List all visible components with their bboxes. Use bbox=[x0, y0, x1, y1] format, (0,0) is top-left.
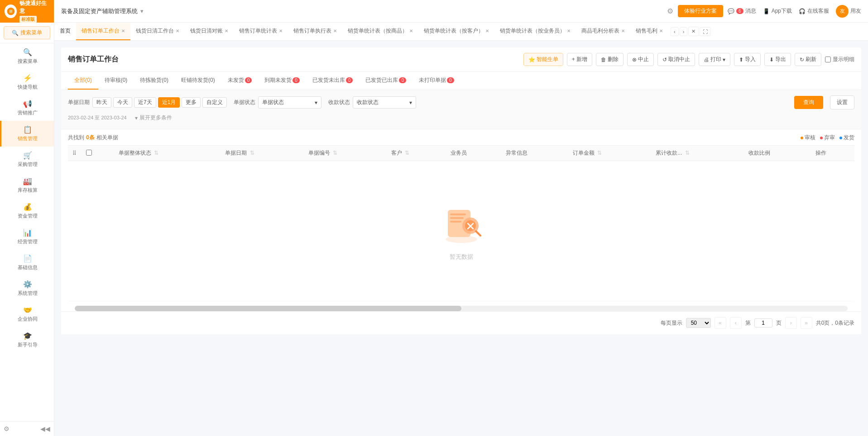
sidebar-item-operations[interactable]: 📊 经营管理 bbox=[0, 224, 54, 250]
status-select[interactable]: 单据状态 ▾ bbox=[258, 96, 321, 109]
sidebar-item-basic-info[interactable]: 📄 基础信息 bbox=[0, 250, 54, 275]
prev-page-button[interactable]: ‹ bbox=[730, 317, 742, 329]
show-detail-checkbox[interactable] bbox=[825, 57, 831, 62]
show-detail-label[interactable]: 显示明细 bbox=[825, 56, 854, 63]
scroll-thumb[interactable] bbox=[75, 306, 461, 311]
tab-close-6[interactable]: ✕ bbox=[409, 28, 413, 33]
filter-row: 单据日期 昨天今天近7天近1月更多自定义 单据状态 单据状态 ▾ 收款状态 收 bbox=[68, 95, 854, 109]
select-all-checkbox[interactable] bbox=[86, 150, 92, 156]
add-button[interactable]: + 新增 bbox=[567, 53, 592, 66]
import-button[interactable]: ⬆ 导入 bbox=[734, 53, 761, 66]
industry-solution-button[interactable]: 体验行业方案 bbox=[678, 5, 723, 17]
th-amount[interactable]: 订单金额 ⇅ bbox=[568, 146, 651, 161]
th-number[interactable]: 单据编号 ⇅ bbox=[304, 146, 387, 161]
filter-tab-0[interactable]: 全部(0) bbox=[68, 72, 98, 90]
tab-3[interactable]: 钱货日清对账✕ bbox=[185, 23, 234, 40]
tab-close-8[interactable]: ✕ bbox=[567, 28, 571, 33]
th-customer[interactable]: 客户 ⇅ bbox=[387, 146, 446, 161]
app-download-item[interactable]: 📱 App下载 bbox=[763, 7, 792, 15]
page-input[interactable] bbox=[754, 318, 772, 327]
sidebar-item-sales[interactable]: 📋 销售管理 bbox=[0, 121, 54, 147]
tab-prev-button[interactable]: ‹ bbox=[671, 27, 679, 36]
tab-4[interactable]: 销售订单统计表✕ bbox=[234, 23, 288, 40]
tab-next-button[interactable]: › bbox=[680, 27, 688, 36]
th-status[interactable]: 单据整体状态 ⇅ bbox=[114, 146, 221, 161]
tab-close-7[interactable]: ✕ bbox=[485, 28, 489, 33]
next-page-button[interactable]: › bbox=[785, 317, 797, 329]
refresh-button[interactable]: ↻ 刷新 bbox=[795, 53, 821, 66]
filter-tab-1[interactable]: 待审核(0) bbox=[98, 72, 134, 90]
th-date[interactable]: 单据日期 ⇅ bbox=[221, 146, 303, 161]
last-page-button[interactable]: » bbox=[801, 317, 812, 329]
collapse-button[interactable]: ◀◀ bbox=[40, 425, 50, 432]
tab-close-9[interactable]: ✕ bbox=[621, 28, 625, 33]
expand-icon: ▾ bbox=[135, 115, 138, 121]
search-menu-button[interactable]: 🔍 搜索菜单 bbox=[4, 26, 50, 39]
th-select-all[interactable] bbox=[82, 146, 114, 161]
filter-tab-4[interactable]: 未发货0 bbox=[221, 72, 259, 90]
horizontal-scrollbar[interactable] bbox=[75, 306, 848, 311]
revoke-action[interactable]: 弃审 bbox=[820, 134, 835, 142]
tab-close-5[interactable]: ✕ bbox=[333, 28, 337, 33]
tab-1[interactable]: 销售订单工作台✕ bbox=[76, 23, 130, 40]
delete-button[interactable]: 🗑 删除 bbox=[596, 53, 623, 66]
date-btn-1[interactable]: 今天 bbox=[113, 97, 132, 108]
sidebar-item-system[interactable]: ⚙️ 系统管理 bbox=[0, 275, 54, 301]
topbar-settings-icon[interactable]: ⚙ bbox=[667, 7, 673, 15]
sidebar-item-search[interactable]: 🔍 搜索菜单 bbox=[0, 43, 54, 69]
cancel-stop-button[interactable]: ↺ 取消中止 bbox=[657, 53, 695, 66]
sidebar-item-marketing[interactable]: 📢 营销推广 bbox=[0, 95, 54, 121]
settings-button[interactable]: ⚙ bbox=[4, 425, 10, 432]
date-btn-3[interactable]: 近1月 bbox=[158, 97, 180, 108]
message-item[interactable]: 💬 6 消息 bbox=[728, 7, 756, 15]
payment-select[interactable]: 收款状态 ▾ bbox=[353, 96, 416, 109]
tab-fullscreen-button[interactable]: ⛶ bbox=[700, 27, 711, 36]
expand-conditions-button[interactable]: ▾ 展开更多条件 bbox=[131, 112, 176, 123]
date-btn-0[interactable]: 昨天 bbox=[92, 97, 111, 108]
date-btn-4[interactable]: 更多 bbox=[182, 97, 201, 108]
tab-0[interactable]: 首页 bbox=[54, 23, 76, 40]
sidebar-item-guide[interactable]: 🎓 新手引导 bbox=[0, 327, 54, 353]
sidebar-search-area: 🔍 搜索菜单 bbox=[0, 23, 54, 43]
set-button[interactable]: 设置 bbox=[830, 95, 854, 109]
smart-create-button[interactable]: ⭐ 智能生单 bbox=[523, 53, 563, 66]
audit-action[interactable]: 审核 bbox=[801, 134, 815, 142]
system-title-arrow[interactable]: ▾ bbox=[140, 8, 144, 14]
stop-button[interactable]: ⊗ 中止 bbox=[627, 53, 654, 66]
print-button[interactable]: 🖨 打印 ▾ bbox=[699, 53, 730, 66]
sidebar-item-cooperation[interactable]: 🤝 企业协同 bbox=[0, 301, 54, 327]
date-btn-5[interactable]: 自定义 bbox=[202, 97, 227, 108]
tab-close-10[interactable]: ✕ bbox=[659, 28, 663, 33]
sidebar-item-quick-nav[interactable]: ⚡ 快捷导航 bbox=[0, 69, 54, 95]
date-btn-2[interactable]: 近7天 bbox=[134, 97, 156, 108]
sidebar-item-finance[interactable]: 💰 资金管理 bbox=[0, 198, 54, 224]
user-item[interactable]: 友 用友 bbox=[836, 5, 861, 18]
th-collected[interactable]: 累计收款... ⇅ bbox=[651, 146, 744, 161]
tab-close-all-button[interactable]: ✕ bbox=[688, 27, 699, 36]
tab-6[interactable]: 销货单统计表（按商品）✕ bbox=[342, 23, 418, 40]
filter-tab-3[interactable]: 旺铺待发货(0) bbox=[175, 72, 221, 90]
query-button[interactable]: 查询 bbox=[794, 96, 823, 109]
filter-tab-8[interactable]: 未打印单据0 bbox=[412, 72, 460, 90]
filter-tab-6[interactable]: 已发货未出库0 bbox=[306, 72, 360, 90]
first-page-button[interactable]: « bbox=[715, 317, 726, 329]
tab-2[interactable]: 钱货日清工作台✕ bbox=[130, 23, 185, 40]
filter-tab-2[interactable]: 待拣验货(0) bbox=[134, 72, 175, 90]
ship-action[interactable]: 发货 bbox=[839, 134, 854, 142]
tab-9[interactable]: 商品毛利分析表✕ bbox=[576, 23, 630, 40]
tab-close-4[interactable]: ✕ bbox=[279, 28, 283, 33]
tab-close-2[interactable]: ✕ bbox=[176, 28, 179, 33]
tab-5[interactable]: 销售订单执行表✕ bbox=[288, 23, 342, 40]
tab-close-3[interactable]: ✕ bbox=[225, 28, 228, 33]
filter-tab-7[interactable]: 已发货已出库0 bbox=[359, 72, 412, 90]
filter-tab-5[interactable]: 到期未发货0 bbox=[258, 72, 306, 90]
sidebar-item-purchase[interactable]: 🛒 采购管理 bbox=[0, 147, 54, 172]
tab-10[interactable]: 销售毛利✕ bbox=[630, 23, 668, 40]
export-button[interactable]: ⬇ 导出 bbox=[764, 53, 791, 66]
tab-close-1[interactable]: ✕ bbox=[121, 28, 125, 33]
sidebar-item-inventory[interactable]: 🏭 库存核算 bbox=[0, 172, 54, 198]
online-service-item[interactable]: 🎧 在线客服 bbox=[799, 7, 829, 15]
per-page-select[interactable]: 50 20 100 bbox=[686, 318, 711, 328]
tab-7[interactable]: 销货单统计表（按客户）✕ bbox=[418, 23, 494, 40]
tab-8[interactable]: 销货单统计表（按业务员）✕ bbox=[494, 23, 576, 40]
